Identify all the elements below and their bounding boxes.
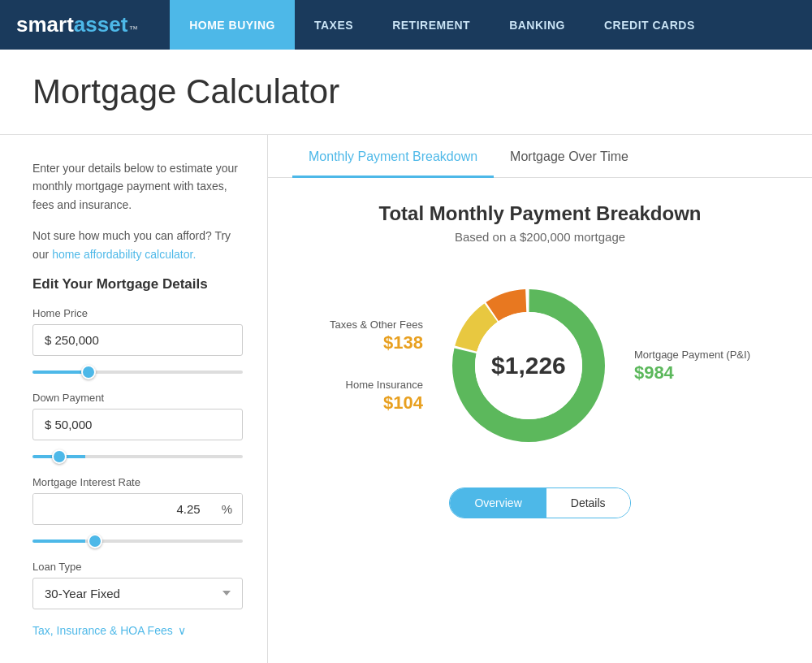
chart-title: Total Monthly Payment Breakdown <box>300 202 780 225</box>
mortgage-value: $984 <box>634 362 750 384</box>
down-payment-slider[interactable] <box>32 455 243 458</box>
chart-area: Total Monthly Payment Breakdown Based on… <box>268 178 812 543</box>
home-price-slider-container <box>32 362 243 377</box>
insurance-value: $104 <box>330 392 423 414</box>
donut-center-value: $1,226 <box>491 352 566 379</box>
nav-home-buying[interactable]: HOME BUYING <box>170 0 295 50</box>
interest-rate-label: Mortgage Interest Rate <box>32 476 243 488</box>
down-payment-field: Down Payment <box>32 392 243 462</box>
logo-tm: ™ <box>129 24 137 33</box>
home-price-field: Home Price <box>32 307 243 377</box>
right-labels: Mortgage Payment (P&I) $984 <box>634 348 750 384</box>
loan-type-label: Loan Type <box>32 561 243 573</box>
down-payment-label: Down Payment <box>32 392 243 404</box>
loan-type-field: Loan Type 30-Year Fixed 15-Year Fixed 5/… <box>32 561 243 609</box>
toggle-group: Overview Details <box>449 488 630 518</box>
home-price-label: Home Price <box>32 307 243 319</box>
bottom-toggle: Overview Details <box>300 488 780 518</box>
logo-asset-text: asset <box>74 12 128 37</box>
logo: smartasset™ <box>16 12 137 37</box>
intro-paragraph-2: Not sure how much you can afford? Try ou… <box>32 227 243 263</box>
taxes-label-group: Taxes & Other Fees $138 <box>330 318 423 353</box>
chart-subtitle: Based on a $200,000 mortgage <box>300 230 780 244</box>
nav-taxes[interactable]: TAXES <box>295 0 373 50</box>
hoa-fees-label: Tax, Insurance & HOA Fees <box>32 624 173 637</box>
interest-rate-input[interactable] <box>33 494 212 524</box>
interest-rate-input-row: % <box>32 493 243 525</box>
main-content: Enter your details below to estimate you… <box>0 135 812 663</box>
left-labels: Taxes & Other Fees $138 Home Insurance $… <box>330 318 423 414</box>
logo-smart-text: smart <box>16 12 74 37</box>
section-title: Edit Your Mortgage Details <box>32 276 243 292</box>
insurance-label-group: Home Insurance $104 <box>330 378 423 414</box>
intro-paragraph-1: Enter your details below to estimate you… <box>32 159 243 214</box>
taxes-value: $138 <box>330 332 423 353</box>
header: smartasset™ HOME BUYING TAXES RETIREMENT… <box>0 0 812 50</box>
right-panel: Monthly Payment Breakdown Mortgage Over … <box>268 135 812 663</box>
left-panel: Enter your details below to estimate you… <box>0 135 268 663</box>
mortgage-name: Mortgage Payment (P&I) <box>634 348 750 362</box>
down-payment-slider-container <box>32 447 243 462</box>
donut-chart: $1,226 <box>439 276 618 455</box>
mortgage-label-group: Mortgage Payment (P&I) $984 <box>634 348 750 384</box>
hoa-fees-link[interactable]: Tax, Insurance & HOA Fees ∨ <box>32 624 243 637</box>
toggle-overview[interactable]: Overview <box>450 488 546 518</box>
tabs-bar: Monthly Payment Breakdown Mortgage Over … <box>268 135 812 178</box>
home-affordability-link[interactable]: home affordability calculator. <box>52 248 196 261</box>
page-title-bar: Mortgage Calculator <box>0 50 812 135</box>
nav-banking[interactable]: BANKING <box>490 0 585 50</box>
taxes-name: Taxes & Other Fees <box>330 318 423 332</box>
home-price-slider[interactable] <box>32 370 243 374</box>
page-title: Mortgage Calculator <box>32 72 780 111</box>
nav-credit-cards[interactable]: CREDIT CARDS <box>585 0 715 50</box>
interest-rate-slider[interactable] <box>32 540 243 543</box>
insurance-name: Home Insurance <box>330 378 423 392</box>
percent-symbol: % <box>212 494 242 524</box>
toggle-details[interactable]: Details <box>546 488 630 518</box>
main-nav: HOME BUYING TAXES RETIREMENT BANKING CRE… <box>170 0 715 50</box>
interest-rate-slider-container <box>32 531 243 546</box>
donut-container: Taxes & Other Fees $138 Home Insurance $… <box>300 276 780 455</box>
down-payment-input[interactable] <box>32 409 243 440</box>
home-price-input[interactable] <box>32 324 243 356</box>
loan-type-select[interactable]: 30-Year Fixed 15-Year Fixed 5/1 ARM 3/1 … <box>32 578 243 609</box>
nav-retirement[interactable]: RETIREMENT <box>373 0 490 50</box>
tab-monthly-payment[interactable]: Monthly Payment Breakdown <box>292 135 494 178</box>
interest-rate-field: Mortgage Interest Rate % <box>32 476 243 546</box>
tab-mortgage-over-time[interactable]: Mortgage Over Time <box>494 135 645 178</box>
chevron-down-icon: ∨ <box>178 624 186 637</box>
